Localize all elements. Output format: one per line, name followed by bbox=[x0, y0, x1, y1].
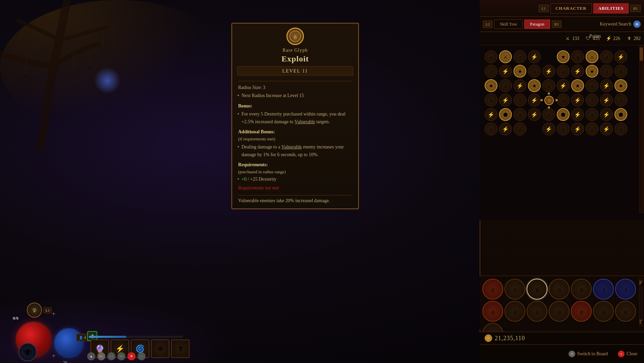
glyph-slot-9[interactable]: 𝔤 bbox=[504, 301, 525, 322]
node-4-3[interactable]: 𝔤 bbox=[514, 94, 526, 106]
up-arrow[interactable]: ▲ bbox=[547, 90, 551, 96]
node-3-4[interactable]: ★ bbox=[528, 79, 541, 92]
node-6-4[interactable] bbox=[528, 123, 541, 135]
paragon-board[interactable]: 𝔤 ⚔ 𝔤 ⚡ ★ 𝔤 ⚔ 𝔤 ⚡ 𝔤 ⚡ ★ 𝔤 ⚡ 𝔤 ⚡ ★ 𝔤 ⚔ ★ … bbox=[480, 45, 644, 220]
node-4-2[interactable]: ⚡ bbox=[499, 94, 512, 106]
node-2-5[interactable]: ⚡ bbox=[542, 65, 555, 78]
add-skill-btn[interactable]: + bbox=[52, 311, 55, 318]
scroll-thumb[interactable] bbox=[640, 47, 643, 61]
node-6-9[interactable]: ⚡ bbox=[600, 123, 613, 135]
node-5-7[interactable]: ⚡ bbox=[571, 108, 584, 121]
character-btn[interactable]: CHARACTER bbox=[550, 3, 592, 13]
glyph-scroll-top[interactable]: ▲ bbox=[639, 281, 642, 285]
node-6-8[interactable]: 𝔤 bbox=[586, 123, 598, 135]
node-2-2[interactable]: ⚡ bbox=[499, 65, 512, 78]
node-5-10[interactable]: ⬟ bbox=[614, 108, 627, 121]
node-3-1[interactable]: ★ bbox=[485, 79, 497, 92]
glyph-slot-1[interactable]: 𝔤 bbox=[482, 279, 503, 300]
scroll-bar[interactable] bbox=[639, 45, 643, 213]
skill-4[interactable]: ❄ bbox=[151, 339, 169, 358]
abilities-btn[interactable]: ABILITIES bbox=[593, 3, 629, 13]
req-not-met: Requirements not met bbox=[238, 184, 352, 192]
switch-to-board[interactable]: ⊙ Switch to Board bbox=[569, 351, 608, 357]
glyph-slot-10[interactable]: 𝔤 bbox=[527, 301, 547, 322]
glyph-slot-2[interactable]: 𝔤 bbox=[504, 279, 525, 300]
l2-button[interactable]: L2 bbox=[483, 20, 492, 28]
node-3-9[interactable]: ⚡ bbox=[600, 79, 613, 92]
node-2-7[interactable]: ⚡ bbox=[571, 65, 584, 78]
glyph-slot-5[interactable]: 𝔤 bbox=[571, 279, 592, 300]
node-3-10[interactable]: ★ bbox=[614, 79, 627, 92]
down-arrow[interactable]: ▼ bbox=[547, 105, 551, 110]
node-3-6[interactable]: ⚡ bbox=[557, 79, 570, 92]
node-2-4[interactable]: 𝔤 bbox=[528, 65, 541, 78]
node-4-9[interactable]: ⚡ bbox=[600, 94, 613, 106]
glyph-slot-8[interactable]: 𝔤 bbox=[482, 301, 503, 322]
node-3-8[interactable]: 𝔤 bbox=[586, 79, 598, 92]
node-2-6[interactable]: 𝔤 bbox=[557, 65, 570, 78]
node-1-8[interactable]: ⚔ bbox=[586, 50, 598, 63]
diamond-center[interactable]: ▲ ▼ ◄ ► bbox=[544, 96, 554, 105]
node-6-2[interactable]: ⚡ bbox=[499, 123, 512, 135]
node-5-2[interactable]: ⬟ bbox=[499, 108, 512, 121]
glyph-scroll-bottom[interactable]: ▼ bbox=[640, 320, 642, 324]
character-icon: 𝔓 bbox=[27, 303, 42, 318]
glyph-slot-12[interactable]: 𝔤 bbox=[571, 301, 592, 322]
glyph-slot-11[interactable]: 𝔤 bbox=[549, 301, 570, 322]
node-1-7[interactable]: 𝔤 bbox=[571, 50, 584, 63]
glyph-slot-7[interactable]: 𝔷 bbox=[615, 279, 636, 300]
keyword-search[interactable]: Keyword Search ⊕ bbox=[600, 20, 641, 28]
node-2-8[interactable]: ★ bbox=[586, 65, 598, 78]
nav-diamond[interactable]: ▲ ▼ ◄ ► bbox=[542, 94, 556, 107]
node-1-6[interactable]: ★ bbox=[557, 50, 570, 63]
node-2-1[interactable]: 𝔤 bbox=[485, 65, 497, 78]
node-2-3[interactable]: ★ bbox=[514, 65, 526, 78]
close-action[interactable]: ● Close bbox=[618, 351, 637, 357]
node-1-1[interactable]: 𝔤 bbox=[485, 50, 497, 63]
node-2-9[interactable]: 𝔤 bbox=[600, 65, 613, 78]
node-1-10[interactable]: ⚡ bbox=[614, 50, 627, 63]
node-6-1[interactable]: 𝔤 bbox=[485, 123, 497, 135]
node-6-7[interactable]: ⚡ bbox=[571, 123, 584, 135]
l1-button[interactable]: L1 bbox=[539, 5, 549, 12]
node-5-9[interactable]: ⚡ bbox=[600, 108, 613, 121]
node-1-5[interactable] bbox=[542, 50, 555, 63]
node-4-10[interactable]: 𝔤 bbox=[614, 94, 627, 106]
node-3-2[interactable]: 𝔤 bbox=[499, 79, 512, 92]
glyph-slot-4[interactable]: 𝔤 bbox=[549, 279, 570, 300]
node-2-10[interactable]: ⚔ bbox=[614, 65, 627, 78]
node-5-6[interactable]: ⬟ bbox=[557, 108, 570, 121]
node-6-6[interactable]: 𝔤 bbox=[557, 123, 570, 135]
node-5-1[interactable]: ⚡ bbox=[485, 108, 497, 121]
svg-point-3 bbox=[71, 71, 73, 74]
skill-tree-btn[interactable]: Skill Tree bbox=[494, 19, 523, 29]
r2-button[interactable]: R2 bbox=[552, 20, 561, 28]
glyph-scroll[interactable]: ▲ ▼ bbox=[639, 279, 642, 326]
right-arrow[interactable]: ► bbox=[555, 97, 559, 103]
node-5-3[interactable]: 𝔤 bbox=[514, 108, 526, 121]
node-3-7[interactable]: ★ bbox=[571, 79, 584, 92]
node-5-8[interactable]: 𝔤 bbox=[586, 108, 598, 121]
add-familiar-btn[interactable]: + bbox=[52, 353, 55, 360]
node-5-4[interactable]: ⚡ bbox=[528, 108, 541, 121]
node-1-4[interactable]: ⚡ bbox=[528, 50, 541, 63]
skill-5[interactable]: 🗡 bbox=[171, 339, 190, 358]
node-6-3[interactable]: 𝔤 bbox=[514, 123, 526, 135]
r2-ctrl-btn: R2 bbox=[117, 352, 125, 360]
node-1-2[interactable]: ⚔ bbox=[499, 50, 512, 63]
glyph-slot-13[interactable]: 𝔤 bbox=[593, 301, 614, 322]
paragon-btn[interactable]: Paragon bbox=[524, 19, 550, 29]
glyph-slot-14[interactable]: 𝔤 bbox=[615, 301, 636, 322]
node-4-8[interactable]: 𝔤 bbox=[586, 94, 598, 106]
node-1-3[interactable]: 𝔤 bbox=[514, 50, 526, 63]
node-1-9[interactable]: 𝔤 bbox=[600, 50, 613, 63]
node-4-1[interactable]: 𝔤 bbox=[485, 94, 497, 106]
r1-button[interactable]: R1 bbox=[630, 5, 641, 12]
node-6-10[interactable]: 𝔤 bbox=[614, 123, 627, 135]
glyph-slot-6[interactable]: 𝔷 bbox=[593, 279, 614, 300]
node-4-7[interactable]: ⚡ bbox=[571, 94, 584, 106]
node-3-3[interactable]: ⚡ bbox=[514, 79, 526, 92]
left-arrow[interactable]: ◄ bbox=[539, 97, 543, 103]
node-6-5[interactable]: ⚡ bbox=[542, 123, 555, 135]
glyph-slot-3-selected[interactable]: 𝔤 bbox=[527, 279, 547, 300]
